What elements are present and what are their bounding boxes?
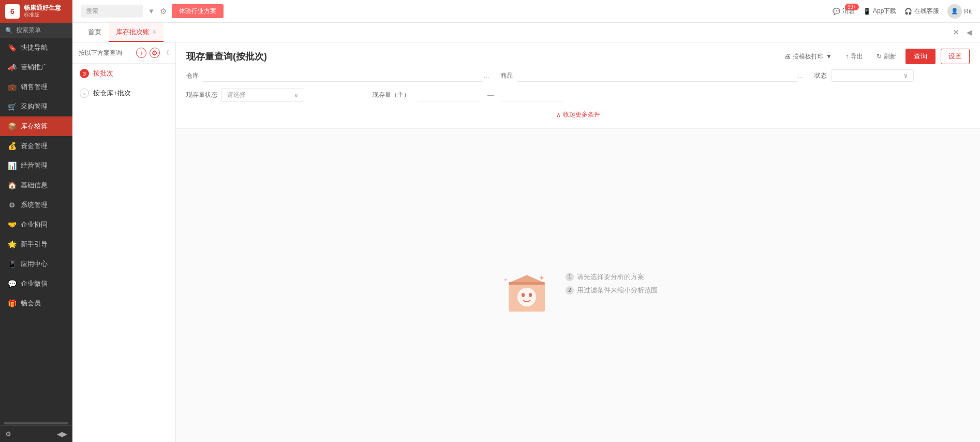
- collapse-more-btn[interactable]: ∧ 收起更多条件: [186, 108, 970, 121]
- sidebar-item-label: 营销推广: [21, 63, 48, 72]
- content-area: 按以下方案查询 + ⚙ 《 ⊙ 按批次 ○ 按仓库+批次: [72, 42, 980, 442]
- sidebar-item-enterprise[interactable]: 🤝 企业协同: [0, 215, 72, 234]
- sidebar-item-wechat[interactable]: 💬 企业微信: [0, 274, 72, 293]
- app-logo: 6: [5, 4, 20, 19]
- sidebar-item-inventory[interactable]: 📦 库存核算: [0, 116, 72, 136]
- empty-illustration: ✦ ✦: [498, 260, 550, 312]
- online-service-label: 在线客服: [914, 7, 939, 16]
- panel-close-icon[interactable]: ✕: [949, 26, 962, 38]
- warehouse-input[interactable]: [203, 69, 483, 82]
- goods-input[interactable]: [517, 69, 797, 82]
- page-title-row: 现存量查询(按批次) 🖨 按模板打印 ▼ ↑ 导出 ↻: [186, 49, 970, 64]
- tab-close-icon[interactable]: ×: [153, 28, 156, 36]
- refresh-btn[interactable]: ↻ 刷新: [872, 50, 900, 63]
- inventory-qty-max[interactable]: [501, 89, 563, 101]
- inventory-qty-min[interactable]: [418, 89, 480, 101]
- inventory-icon: 📦: [7, 122, 17, 131]
- sidebar-item-sales[interactable]: 💼 销售管理: [0, 77, 72, 97]
- online-service-btn[interactable]: 🎧 在线客服: [904, 7, 939, 16]
- sparkle-icon: ✦: [539, 274, 545, 282]
- sidebar-item-system[interactable]: ⚙ 系统管理: [0, 195, 72, 215]
- sidebar-item-basics[interactable]: 🏠 基础信息: [0, 175, 72, 195]
- sidebar-item-app[interactable]: 📱 应用中心: [0, 254, 72, 274]
- goods-more[interactable]: …: [797, 72, 804, 80]
- collapse-footer-icon[interactable]: ◀▶: [57, 430, 67, 438]
- sidebar-search[interactable]: 🔍 搜索菜单: [0, 23, 72, 38]
- collapse-icon: ∧: [556, 111, 561, 119]
- empty-state: ✦ ✦ 1 请先选择要分析的方案 2 用过滤条件来缩小分析范围: [176, 129, 980, 442]
- panel-expand-icon[interactable]: ◀: [967, 28, 972, 36]
- box-divider: [509, 282, 545, 285]
- sidebar-nav: 🔖 快捷导航 📣 营销推广 💼 销售管理 🛒 采购管理 📦 库存核算 💰 资金管…: [0, 38, 72, 421]
- left-panel-header: 按以下方案查询 + ⚙ 《: [72, 42, 175, 64]
- main-content: 搜索 ▼ ⚙ 体验行业方案 💬 消息 99+ 📱 App下载 🎧 在线客服 👤 …: [72, 0, 980, 442]
- inventory-status-select[interactable]: 请选择 ∨: [221, 88, 304, 102]
- sparkle2-icon: ✦: [503, 277, 508, 283]
- collapse-label: 收起更多条件: [563, 110, 600, 119]
- inventory-status-label: 现存量状态: [186, 91, 217, 99]
- sidebar-item-guide[interactable]: 🌟 新手引导: [0, 234, 72, 254]
- sidebar-item-label: 销售管理: [21, 82, 48, 92]
- collapse-panel-btn[interactable]: 《: [163, 49, 169, 57]
- sidebar-item-purchase[interactable]: 🛒 采购管理: [0, 97, 72, 116]
- topbar: 搜索 ▼ ⚙ 体验行业方案 💬 消息 99+ 📱 App下载 🎧 在线客服 👤 …: [72, 0, 980, 23]
- print-label: 按模板打印: [793, 52, 824, 61]
- app-download-label: App下载: [873, 7, 896, 16]
- qty-dash: —: [487, 91, 494, 99]
- sales-icon: 💼: [7, 82, 17, 92]
- scheme-item-warehouse-batch[interactable]: ○ 按仓库+批次: [72, 83, 175, 103]
- hint-1: 1 请先选择要分析的方案: [566, 272, 658, 282]
- tabbar: 首页 库存批次账 × ✕ ◀: [72, 23, 980, 42]
- tab-home[interactable]: 首页: [81, 23, 109, 42]
- messages-btn[interactable]: 💬 消息 99+: [833, 7, 855, 16]
- experience-btn[interactable]: 体验行业方案: [172, 4, 224, 18]
- add-scheme-btn[interactable]: +: [136, 48, 146, 58]
- scheme-batch-label: 按批次: [93, 69, 113, 78]
- scheme-settings-btn[interactable]: ⚙: [150, 48, 160, 58]
- company-name: 畅康通好生意: [24, 4, 61, 11]
- avatar: 👤: [947, 4, 962, 19]
- status-select[interactable]: ∨: [831, 69, 914, 82]
- export-btn[interactable]: ↑ 导出: [841, 50, 867, 63]
- tab-inventory-batch-label: 库存批次账: [116, 27, 150, 37]
- sidebar-item-label: 畅会员: [21, 299, 41, 308]
- sidebar-item-finance[interactable]: 💰 资金管理: [0, 136, 72, 156]
- settings-config-btn[interactable]: 设置: [941, 49, 970, 64]
- user-menu[interactable]: 👤 Rit: [947, 4, 972, 19]
- wechat-icon: 💬: [7, 279, 17, 288]
- topbar-search[interactable]: 搜索: [81, 5, 143, 18]
- empty-hints: 1 请先选择要分析的方案 2 用过滤条件来缩小分析范围: [566, 272, 658, 299]
- tab-inventory-batch[interactable]: 库存批次账 ×: [109, 23, 164, 42]
- app-title-area: 畅康通好生意 标准版: [24, 4, 61, 19]
- sidebar-item-members[interactable]: 🎁 畅会员: [0, 293, 72, 313]
- app-download-btn[interactable]: 📱 App下载: [863, 7, 896, 16]
- scheme-item-batch[interactable]: ⊙ 按批次: [72, 64, 175, 83]
- phone-icon: 📱: [863, 8, 871, 15]
- settings-icon[interactable]: ⚙: [160, 7, 167, 16]
- sidebar-item-operations[interactable]: 📊 经营管理: [0, 156, 72, 175]
- dropdown-arrow-icon[interactable]: ▼: [148, 7, 155, 15]
- finance-icon: 💰: [7, 141, 17, 151]
- sidebar: 6 畅康通好生意 标准版 🔍 搜索菜单 🔖 快捷导航 📣 营销推广 💼 销售管理…: [0, 0, 72, 442]
- scheme-wh-batch-label: 按仓库+批次: [93, 89, 131, 98]
- export-label: 导出: [851, 52, 863, 61]
- sidebar-item-label: 快捷导航: [21, 43, 48, 52]
- sidebar-header: 6 畅康通好生意 标准版: [0, 0, 72, 23]
- print-btn[interactable]: 🖨 按模板打印 ▼: [780, 50, 836, 63]
- warehouse-more[interactable]: …: [483, 72, 490, 80]
- hint-2-num: 2: [566, 286, 574, 294]
- app-icon: 📱: [7, 259, 17, 269]
- filter-goods: 商品 …: [500, 69, 804, 82]
- left-eye: [522, 293, 525, 297]
- query-btn[interactable]: 查询: [905, 49, 936, 64]
- user-name: Rit: [964, 8, 972, 15]
- sidebar-item-label: 资金管理: [21, 141, 48, 151]
- topbar-left: 搜索 ▼ ⚙ 体验行业方案: [81, 4, 224, 18]
- guide-icon: 🌟: [7, 240, 17, 249]
- inventory-qty-label: 现存量（主）: [373, 91, 410, 99]
- settings-footer-icon[interactable]: ⚙: [5, 430, 11, 438]
- sidebar-item-marketing[interactable]: 📣 营销推广: [0, 57, 72, 77]
- filter-warehouse: 仓库 …: [186, 69, 490, 82]
- filter-area: 仓库 … 商品 … 状态 ∨: [186, 69, 970, 124]
- sidebar-item-shortcut[interactable]: 🔖 快捷导航: [0, 38, 72, 57]
